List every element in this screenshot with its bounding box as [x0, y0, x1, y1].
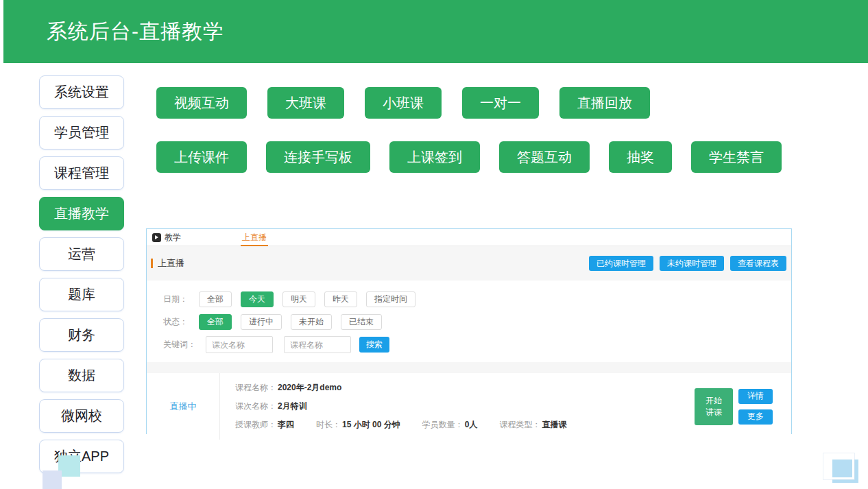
status-filter-label: 状态：: [163, 316, 199, 328]
sidebar-item-student-management[interactable]: 学员管理: [39, 116, 124, 150]
connect-tablet-button[interactable]: 连接手写板: [266, 141, 370, 173]
panel-tabbar: 教学 上直播: [147, 229, 791, 246]
sidebar-item-data[interactable]: 数据: [39, 359, 124, 392]
feature-row-2: 上传课件 连接手写板 上课签到 答题互动 抽奖 学生禁言: [156, 141, 808, 173]
section-actions: 已约课时管理 未约课时管理 查看课程表: [589, 256, 786, 271]
status-filter-ongoing[interactable]: 进行中: [241, 314, 282, 330]
sidebar-item-standalone-app[interactable]: 独立APP: [39, 440, 124, 473]
teacher-value: 李四: [278, 419, 294, 431]
sidebar: 系统设置 学员管理 课程管理 直播教学 运营 题库 财务 数据 微网校 独立AP…: [39, 75, 124, 480]
duration-value: 15 小时 00 分钟: [342, 419, 400, 431]
live-replay-button[interactable]: 直播回放: [559, 87, 650, 119]
date-filter-today[interactable]: 今天: [241, 291, 274, 307]
view-schedule-button[interactable]: 查看课程表: [730, 256, 786, 271]
date-filter-yesterday[interactable]: 昨天: [324, 291, 357, 307]
start-teaching-button[interactable]: 开始 讲课: [695, 388, 733, 425]
status-filter-ended[interactable]: 已结束: [341, 314, 382, 330]
course-type-value: 直播课: [542, 419, 566, 431]
play-icon: [152, 233, 161, 242]
status-filter-row: 状态： 全部 进行中 未开始 已结束: [163, 313, 791, 331]
date-filter-custom[interactable]: 指定时间: [366, 291, 415, 307]
sidebar-item-live-teaching[interactable]: 直播教学: [39, 197, 124, 230]
search-button[interactable]: 搜索: [359, 337, 389, 353]
secondary-actions: 详情 更多: [738, 389, 773, 425]
status-filter-not-started[interactable]: 未开始: [291, 314, 332, 330]
sidebar-item-micro-school[interactable]: 微网校: [39, 399, 124, 433]
course-details: 课程名称： 2020年-2月demo 课次名称： 2月特训 授课教师：李四 时长…: [220, 379, 695, 434]
section-title: 上直播: [158, 257, 184, 270]
filter-card: 日期： 全部 今天 明天 昨天 指定时间 状态： 全部 进行中 未开始 已结束 …: [147, 281, 791, 362]
decor-square-lavender: [43, 470, 62, 489]
section-header: 上直播 已约课时管理 未约课时管理 查看课程表: [147, 246, 791, 281]
student-count-label: 学员数量：: [422, 419, 463, 431]
course-name-label: 课程名称：: [235, 382, 276, 394]
course-row: 直播中 课程名称： 2020年-2月demo 课次名称： 2月特训 授课教师：李…: [147, 373, 791, 440]
course-status-col: 直播中: [147, 373, 220, 440]
live-class-panel: 教学 上直播 上直播 已约课时管理 未约课时管理 查看课程表 日期： 全部 今天…: [146, 228, 792, 434]
app-label: 教学: [165, 232, 181, 243]
sidebar-item-course-management[interactable]: 课程管理: [39, 156, 124, 190]
course-meta-line: 授课教师：李四 时长：15 小时 00 分钟 学员数量：0人 课程类型：直播课: [235, 416, 695, 434]
course-name-line: 课程名称： 2020年-2月demo: [235, 379, 695, 397]
course-type-label: 课程类型：: [499, 419, 540, 431]
unbooked-hours-button[interactable]: 未约课时管理: [660, 256, 724, 271]
decor-square-outline: [823, 453, 854, 479]
duration-label: 时长：: [316, 419, 341, 431]
sidebar-item-system-settings[interactable]: 系统设置: [39, 75, 124, 109]
sidebar-item-operations[interactable]: 运营: [39, 237, 124, 271]
lesson-name-input[interactable]: [206, 336, 273, 353]
status-filter-all[interactable]: 全部: [199, 314, 232, 330]
course-name-value: 2020年-2月demo: [278, 382, 341, 394]
lesson-name-line: 课次名称： 2月特训: [235, 397, 695, 416]
upload-courseware-button[interactable]: 上传课件: [156, 141, 247, 173]
page-title: 系统后台-直播教学: [47, 18, 224, 46]
tab-go-live[interactable]: 上直播: [242, 229, 267, 246]
feature-buttons: 视频互动 大班课 小班课 一对一 直播回放 上传课件 连接手写板 上课签到 答题…: [156, 87, 808, 195]
keyword-filter-label: 关键词：: [163, 339, 206, 350]
lottery-button[interactable]: 抽奖: [609, 141, 672, 173]
feature-row-1: 视频互动 大班课 小班课 一对一 直播回放: [156, 87, 808, 119]
keyword-filter-row: 关键词： 搜索: [163, 336, 791, 353]
video-interaction-button[interactable]: 视频互动: [156, 87, 247, 119]
sidebar-item-finance[interactable]: 财务: [39, 318, 124, 352]
date-filter-tomorrow[interactable]: 明天: [282, 291, 315, 307]
mute-students-button[interactable]: 学生禁言: [691, 141, 782, 173]
live-status-badge: 直播中: [170, 401, 197, 413]
large-class-button[interactable]: 大班课: [267, 87, 344, 119]
date-filter-label: 日期：: [163, 294, 199, 305]
teacher-label: 授课教师：: [235, 419, 276, 431]
lesson-name-label: 课次名称：: [235, 401, 276, 412]
course-actions: 开始 讲课 详情 更多: [695, 388, 791, 425]
date-filter-row: 日期： 全部 今天 明天 昨天 指定时间: [163, 291, 791, 308]
course-name-input[interactable]: [284, 336, 351, 353]
booked-hours-button[interactable]: 已约课时管理: [589, 256, 653, 271]
sidebar-item-question-bank[interactable]: 题库: [39, 278, 124, 311]
lesson-name-value: 2月特训: [278, 401, 307, 412]
page-header: 系统后台-直播教学: [3, 0, 868, 63]
date-filter-all[interactable]: 全部: [199, 291, 232, 307]
small-class-button[interactable]: 小班课: [365, 87, 442, 119]
accent-bar: [151, 259, 153, 268]
one-on-one-button[interactable]: 一对一: [462, 87, 539, 119]
more-button[interactable]: 更多: [738, 409, 773, 425]
class-checkin-button[interactable]: 上课签到: [389, 141, 480, 173]
student-count-value: 0人: [465, 419, 478, 431]
quiz-interaction-button[interactable]: 答题互动: [499, 141, 590, 173]
detail-button[interactable]: 详情: [738, 389, 773, 404]
